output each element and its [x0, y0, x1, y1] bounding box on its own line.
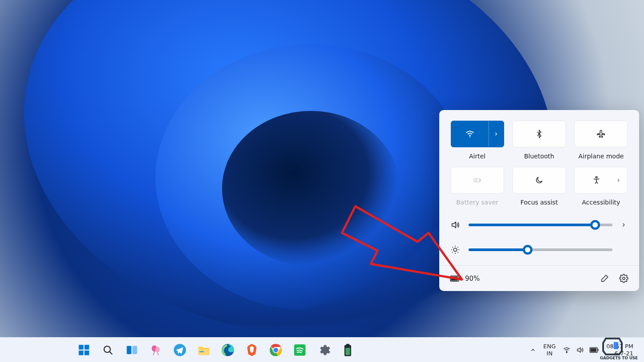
moon-icon	[535, 176, 544, 185]
svg-rect-22	[199, 351, 204, 352]
volume-output-button[interactable]	[620, 222, 628, 228]
svg-rect-17	[132, 346, 137, 354]
battery-saver-label: Battery saver	[456, 199, 498, 206]
focus-assist-toggle[interactable]	[513, 167, 566, 193]
wifi-label: Airtel	[469, 153, 485, 160]
svg-rect-35	[614, 342, 618, 349]
airplane-label: Airplane mode	[578, 153, 624, 160]
battery-percent-text: 90%	[465, 275, 480, 283]
chevron-right-icon[interactable]	[616, 178, 621, 183]
wifi-tray-icon	[563, 346, 571, 354]
svg-point-4	[453, 248, 457, 251]
wifi-icon	[465, 129, 475, 139]
svg-point-0	[469, 136, 470, 137]
taskbar-app-file-explorer[interactable]	[195, 342, 212, 358]
battery-saver-icon	[472, 176, 483, 185]
language-indicator[interactable]: ENG IN	[543, 343, 556, 357]
svg-rect-29	[346, 344, 350, 346]
svg-rect-34	[598, 349, 599, 351]
airplane-mode-toggle[interactable]	[574, 121, 628, 147]
start-button[interactable]	[76, 342, 92, 358]
brightness-slider[interactable]	[469, 248, 612, 251]
svg-point-31	[566, 352, 567, 353]
svg-rect-10	[79, 345, 83, 350]
show-hidden-icons-button[interactable]	[530, 347, 536, 353]
svg-point-26	[274, 347, 278, 352]
battery-tray-icon	[589, 347, 599, 353]
taskbar-app-balloons[interactable]	[147, 342, 164, 358]
taskbar-app-chrome[interactable]	[267, 342, 284, 358]
settings-button[interactable]	[619, 274, 628, 283]
airplane-icon	[596, 129, 606, 139]
svg-rect-13	[84, 350, 89, 355]
focus-assist-label: Focus assist	[521, 199, 558, 206]
quick-settings-panel: Airtel Bluetooth Airplane mode	[439, 110, 639, 291]
svg-point-8	[623, 277, 625, 279]
chevron-right-icon	[493, 131, 499, 137]
battery-icon	[450, 275, 461, 282]
bluetooth-toggle[interactable]	[513, 121, 566, 147]
wifi-toggle[interactable]	[451, 121, 504, 147]
edit-quick-settings-button[interactable]	[600, 274, 609, 283]
bluetooth-label: Bluetooth	[524, 153, 554, 160]
accessibility-label: Accessibility	[582, 199, 620, 206]
accessibility-icon	[592, 175, 601, 185]
language-bottom: IN	[543, 350, 556, 357]
language-top: ENG	[543, 343, 556, 350]
taskbar-app-spotify[interactable]	[291, 342, 308, 358]
svg-rect-7	[459, 277, 460, 279]
svg-point-19	[155, 346, 160, 352]
svg-rect-30	[346, 348, 350, 355]
svg-point-14	[104, 346, 110, 352]
accessibility-toggle[interactable]	[574, 167, 628, 193]
battery-status[interactable]: 90%	[450, 275, 480, 283]
watermark: GADGETS TO USE	[600, 334, 638, 360]
search-button[interactable]	[99, 342, 116, 358]
task-view-button[interactable]	[123, 342, 140, 358]
taskbar-app-settings[interactable]	[315, 342, 332, 358]
brightness-icon	[450, 245, 461, 255]
brightness-slider-row	[450, 245, 628, 255]
bluetooth-icon	[535, 130, 544, 138]
svg-rect-33	[591, 348, 597, 351]
system-tray[interactable]	[563, 346, 599, 354]
svg-rect-16	[127, 346, 131, 354]
svg-point-3	[596, 177, 597, 178]
volume-slider[interactable]	[469, 224, 612, 226]
taskbar: ENG IN 08:57 PM 6-7-21	[0, 337, 644, 362]
svg-rect-12	[79, 350, 83, 355]
taskbar-app-edge[interactable]	[219, 342, 236, 358]
battery-saver-toggle	[451, 167, 504, 193]
svg-rect-11	[84, 345, 89, 350]
speaker-icon	[450, 220, 461, 230]
volume-tray-icon	[576, 346, 584, 354]
svg-rect-2	[480, 180, 481, 181]
taskbar-app-brave[interactable]	[243, 342, 260, 358]
svg-rect-6	[451, 276, 458, 280]
svg-line-15	[110, 351, 112, 354]
taskbar-app-telegram[interactable]	[171, 342, 188, 358]
wifi-expand-button[interactable]	[489, 121, 504, 147]
taskbar-app-battery[interactable]	[339, 342, 356, 358]
volume-slider-row	[450, 220, 628, 230]
